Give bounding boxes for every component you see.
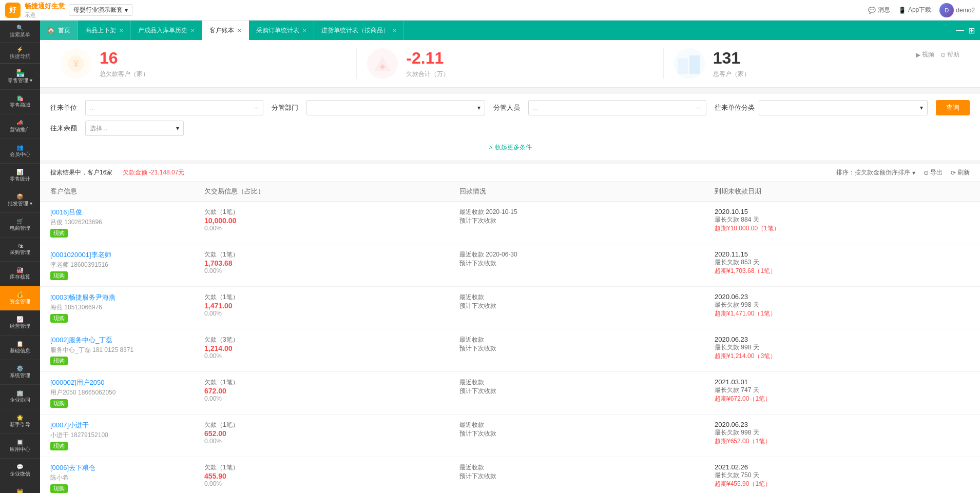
due-date-1: 2020.11.15 [715,250,970,258]
export-btn[interactable]: ⊙ 导出 [924,168,943,177]
store-selector[interactable]: 母婴行业演示账套 ▾ [69,4,132,16]
sidebar-search[interactable]: 🔍 搜索菜单 [0,21,40,43]
dept-select[interactable]: ▾ [306,100,485,115]
customer-info-2: [0003]畅捷服务尹海燕 海燕 18513066976 现购 [50,293,204,323]
sidebar-item-operation[interactable]: 📈 经营管理 [0,311,40,336]
dept-label: 分管部门 [272,103,302,112]
message-button[interactable]: 💬 消息 [868,6,890,14]
debt-percent-4: 0.00% [204,395,459,402]
tab-maximize-icon[interactable]: ⊞ [968,26,975,35]
tab-production-history[interactable]: 产成品入库单历史 ✕ [131,21,202,40]
collapse-btn[interactable]: ∧ 收起更多条件 [50,141,970,154]
due-info-0: 2020.10.15 最长欠款 884 天 超期¥10,000.00（1笔） [715,208,970,233]
batch-mgmt-icon: 📦 [2,193,38,200]
sidebar-item-ecom[interactable]: 🛒 电商管理 [0,213,40,238]
user-menu[interactable]: D demo2 [939,3,975,17]
overdue-amount-5[interactable]: 超期¥652.00（1笔） [715,437,970,446]
filter-row-2: 往来余额 选择... ▾ [50,121,970,136]
tab-goods-shelf[interactable]: 商品上下架 ✕ [78,21,131,40]
customer-name-1[interactable]: [0001020001]李老师 [50,250,204,260]
help-btn[interactable]: ⊙ 帮助 [940,50,959,59]
tab-customer-account[interactable]: 客户账本 ✕ [202,21,249,40]
debt-info-2: 欠款（1笔） 1,471.00 0.00% [204,293,459,317]
latest-collection-3: 最近收款 [459,336,715,344]
sidebar-item-member[interactable]: 👥 会员中心 [0,139,40,164]
sidebar-item-batch-mgmt[interactable]: 📦 批发管理 ▾ [0,188,40,213]
sidebar-item-apps[interactable]: 🔲 应用中心 [0,434,40,459]
sidebar-item-finance[interactable]: 💰 资金管理 [0,286,40,311]
sidebar-item-enterprise-wx[interactable]: 💬 企业微信 [0,459,40,483]
sidebar-label-inventory: 库存核算 [2,273,38,281]
sidebar-item-basic[interactable]: 📋 基础信息 [0,336,40,360]
due-info-1: 2020.11.15 最长欠款 853 天 超期¥1,703.68（1笔） [715,250,970,275]
tab-home[interactable]: 🏠 首页 [40,21,78,40]
svg-rect-5 [689,55,700,74]
app-download-button[interactable]: 📱 App下载 [898,6,931,14]
customer-name-3[interactable]: [0002]服务中心_丁磊 [50,336,204,345]
logo-area: 好 畅捷通好生意 示意 母婴行业演示账套 ▾ [5,2,132,19]
customer-name-4[interactable]: [000002]用户2050 [50,378,204,387]
sidebar-item-system[interactable]: ⚙️ 系统管理 [0,360,40,385]
next-collection-0: 预计下次收款 [459,216,715,225]
overdue-days-5: 最长欠款 998 天 [715,428,970,437]
search-button[interactable]: 查询 [936,100,970,115]
overdue-amount-2[interactable]: 超期¥1,471.00（1笔） [715,309,970,318]
unit-category-select[interactable]: ▾ [759,100,928,115]
balance-select[interactable]: 选择... ▾ [85,121,184,136]
video-icon: ▶ [916,51,920,58]
sidebar-item-newbie[interactable]: 🌟 新手引导 [0,409,40,434]
sidebar-item-inventory[interactable]: 🏭 库存核算 [0,262,40,286]
sidebar-item-marketing[interactable]: 📣 营销推广 [0,114,40,139]
customer-detail-6: 陈小希 [50,474,204,482]
customer-name-2[interactable]: [0003]畅捷服务尹海燕 [50,293,204,302]
debt-percent-1: 0.00% [204,267,459,274]
manager-input[interactable]: ... ··· [528,100,706,115]
sidebar-label-apps: 应用中心 [2,446,38,453]
nav-label: 快捷导航 [2,53,38,60]
collection-info-2: 最近收款 预计下次收款 [459,293,715,310]
overdue-amount-0[interactable]: 超期¥10,000.00（1笔） [715,224,970,233]
refresh-btn[interactable]: ⟳ 刷新 [951,168,970,177]
tab-production-close[interactable]: ✕ [190,28,195,33]
customer-name-5[interactable]: [0007]小进干 [50,421,204,430]
video-btn[interactable]: ▶ 视频 [916,50,934,59]
overdue-amount-4[interactable]: 超期¥672.00（1笔） [715,395,970,403]
customer-name-6[interactable]: [0006]去下粮仓 [50,463,204,472]
sort-select[interactable]: 排序：按欠款金额倒序排序 ▾ [836,168,915,177]
collection-info-4: 最近收款 预计下次收款 [459,378,715,396]
sidebar-item-retail-stat[interactable]: 📊 零售统计 [0,164,40,188]
tab-purchase-stat[interactable]: 采购订单统计表 ✕ [249,21,314,40]
sidebar-label-enterprise-wx: 企业微信 [2,470,38,478]
chevron-category-icon: ▾ [920,104,923,111]
debt-amount-3: 1,214.00 [204,344,459,352]
debt-amount-1: 1,703.68 [204,259,459,267]
results-info: 搜索结果中，客户16家 欠款金额 -21,148.07元 排序：按欠款金额倒序排… [40,164,980,182]
refresh-icon: ⟳ [951,169,956,176]
tab-import-stat[interactable]: 进货单统计表（按商品） ✕ [314,21,404,40]
sidebar-item-vip[interactable]: 👑 畅会员 [0,483,40,493]
overdue-amount-1[interactable]: 超期¥1,703.68（1笔） [715,267,970,275]
debt-count-1: 欠款（1笔） [204,250,459,259]
tab-customer-account-close[interactable]: ✕ [237,28,241,33]
svg-text:¥: ¥ [73,58,79,69]
tab-minimize-icon[interactable]: — [956,26,964,35]
from-unit-input[interactable]: ... ··· [85,100,263,115]
overdue-amount-3[interactable]: 超期¥1,214.00（3笔） [715,352,970,361]
sidebar-label-marketing: 营销推广 [2,126,38,133]
sidebar-item-retail-mgmt[interactable]: 🏪 零售管理 ▾ [0,64,40,90]
sidebar-item-enterprise[interactable]: 🏢 企业协同 [0,385,40,409]
sidebar-item-retail-store[interactable]: 🛍️ 零售商城 [0,90,40,114]
debt-info-5: 欠款（1笔） 652.00 0.00% [204,421,459,445]
next-collection-1: 预计下次收款 [459,259,715,268]
overdue-amount-6[interactable]: 超期¥455.90（1笔） [715,480,970,488]
sidebar-label-enterprise: 企业协同 [2,397,38,404]
sidebar-nav[interactable]: ⚡ 快捷导航 [0,43,40,64]
sidebar-label-member: 会员中心 [2,151,38,158]
tab-import-stat-close[interactable]: ✕ [392,28,396,33]
manager-label: 分管人员 [493,103,524,112]
unit-category-label: 往来单位分类 [715,103,755,112]
sidebar-item-purchase[interactable]: 🛍 采购管理 [0,238,40,262]
tab-purchase-stat-close[interactable]: ✕ [302,28,306,33]
customer-name-0[interactable]: [0016]吕俊 [50,208,204,217]
tab-goods-shelf-close[interactable]: ✕ [119,28,123,33]
